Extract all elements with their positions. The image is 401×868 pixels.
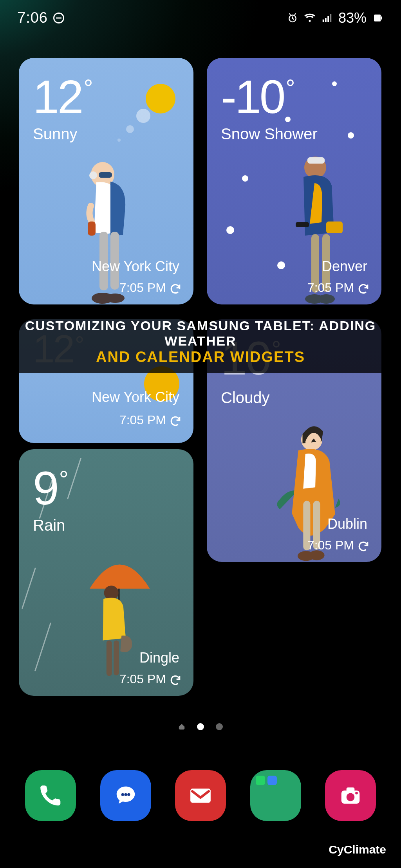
condition: Sunny xyxy=(19,124,193,143)
weather-widget-dingle[interactable]: 9° Rain Dingle 7:05 PM xyxy=(19,449,193,696)
signal-icon xyxy=(321,12,333,24)
wifi-icon xyxy=(304,12,316,24)
svg-rect-7 xyxy=(380,15,381,20)
location: Denver xyxy=(322,258,367,275)
snow-dot-icon xyxy=(285,117,291,122)
rain-line-icon xyxy=(34,623,51,672)
article-title-overlay: CUSTOMIZING YOUR SAMSUNG TABLET: ADDING … xyxy=(0,310,401,373)
folder-mini-icons xyxy=(256,776,277,785)
svg-point-22 xyxy=(318,294,335,304)
svg-point-33 xyxy=(121,793,124,796)
condition: Snow Shower xyxy=(207,124,381,143)
snow-dot-icon xyxy=(332,81,337,86)
updated-time: 7:05 PM xyxy=(119,672,166,686)
temperature: -10° xyxy=(207,58,381,124)
title-line1: CUSTOMIZING YOUR SAMSUNG TABLET: ADDING … xyxy=(25,318,376,348)
rain-line-icon xyxy=(22,567,36,609)
svg-rect-32 xyxy=(114,640,119,675)
svg-point-35 xyxy=(127,793,130,796)
page-indicator[interactable] xyxy=(178,723,223,730)
status-bar-right: 83% xyxy=(287,10,384,26)
weather-widget-denver[interactable]: -10° Snow Shower Denver 7:05 PM xyxy=(207,58,381,304)
snow-dot-icon xyxy=(348,132,354,139)
svg-point-34 xyxy=(124,793,127,796)
svg-point-38 xyxy=(355,792,358,794)
refresh-icon[interactable] xyxy=(357,283,370,295)
weather-widget-nyc[interactable]: 12° Sunny New York City 7:05 PM xyxy=(19,58,193,304)
snow-dot-icon xyxy=(242,175,248,182)
phone-app[interactable] xyxy=(25,770,76,821)
condition: Cloudy xyxy=(207,385,381,407)
app-dock xyxy=(25,770,376,821)
svg-rect-4 xyxy=(330,14,331,22)
svg-rect-31 xyxy=(107,640,112,676)
location: New York City xyxy=(92,258,179,275)
snow-dot-icon xyxy=(226,226,234,234)
svg-rect-15 xyxy=(88,222,96,236)
temperature: 9° xyxy=(19,449,193,515)
location: New York City xyxy=(92,389,179,405)
sun-icon xyxy=(146,84,175,113)
svg-point-37 xyxy=(347,793,355,801)
updated-time: 7:05 PM xyxy=(307,281,354,295)
location: Dingle xyxy=(139,650,179,666)
svg-rect-2 xyxy=(325,18,327,22)
camera-app[interactable] xyxy=(325,770,376,821)
updated-time: 7:05 PM xyxy=(307,538,354,553)
status-time: 7:06 xyxy=(17,9,48,26)
refresh-icon[interactable] xyxy=(357,540,370,553)
svg-rect-23 xyxy=(296,222,309,227)
email-app[interactable] xyxy=(175,770,226,821)
location: Dublin xyxy=(327,516,367,532)
svg-rect-9 xyxy=(99,172,112,178)
svg-rect-3 xyxy=(327,16,329,22)
refresh-icon[interactable] xyxy=(169,283,182,295)
status-bar-left: 7:06 xyxy=(17,9,64,26)
updated-time: 7:05 PM xyxy=(119,413,166,427)
condition: Rain xyxy=(19,515,193,534)
watermark: CyClimate xyxy=(329,843,386,856)
refresh-icon[interactable] xyxy=(169,674,182,686)
svg-rect-17 xyxy=(307,157,325,164)
title-line2: AND CALENDAR WIDGETS xyxy=(96,349,305,365)
home-page-dot[interactable] xyxy=(178,723,185,730)
dnd-icon xyxy=(53,13,64,23)
updated-time: 7:05 PM xyxy=(119,281,166,295)
svg-point-10 xyxy=(89,171,97,179)
battery-percentage: 83% xyxy=(338,10,367,26)
svg-rect-1 xyxy=(323,19,324,22)
svg-rect-39 xyxy=(347,787,355,791)
svg-rect-5 xyxy=(374,14,381,22)
svg-rect-6 xyxy=(381,16,382,20)
app-folder[interactable] xyxy=(250,770,301,821)
battery-icon xyxy=(372,12,384,24)
status-bar: 7:06 83% xyxy=(0,9,401,26)
alarm-icon xyxy=(287,12,298,24)
refresh-icon[interactable] xyxy=(169,415,182,427)
page-dot-3[interactable] xyxy=(216,723,223,730)
svg-rect-18 xyxy=(326,222,343,233)
page-dot-2[interactable] xyxy=(197,723,204,730)
messages-app[interactable] xyxy=(100,770,151,821)
